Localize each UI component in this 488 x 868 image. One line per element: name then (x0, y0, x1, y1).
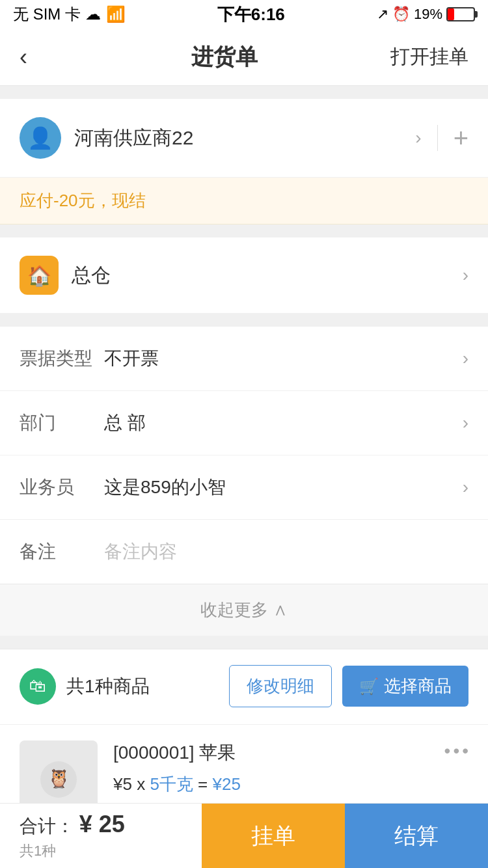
total-count: 共1种 (20, 841, 182, 861)
invoice-chevron-icon: › (463, 348, 468, 369)
status-time: 下午6:16 (217, 3, 285, 26)
section-divider-4 (0, 636, 488, 649)
battery-percent: 19% (414, 6, 442, 23)
status-bar: 无 SIM 卡 ☁ 📶 下午6:16 ↗ ⏰ 19% (0, 0, 488, 29)
product-icon: 🛍 (20, 668, 56, 705)
total-section: 合计： ¥ 25 共1种 (0, 804, 202, 868)
cart-icon: 🛒 (359, 677, 379, 696)
add-button[interactable]: + (454, 124, 468, 153)
product-name: [0000001] 苹果 (113, 740, 444, 765)
warehouse-row[interactable]: 🏠 总仓 › (0, 237, 488, 313)
sim-status: 无 SIM 卡 ☁ (13, 4, 101, 25)
modify-detail-button[interactable]: 修改明细 (229, 665, 332, 707)
total-amount: ¥ 25 (79, 811, 125, 837)
section-divider-1 (0, 86, 488, 99)
wifi-icon: 📶 (106, 5, 126, 23)
product-code: [0000001] (113, 742, 195, 763)
form-section: 票据类型 不开票 › 部门 总 部 › 业务员 这是859的小智 › 备注 备注… (0, 326, 488, 636)
dot-3: • (462, 740, 468, 761)
remark-input[interactable]: 备注内容 (104, 539, 468, 564)
total-label-row: 合计： ¥ 25 (20, 811, 182, 839)
product-header: 🛍 共1种商品 修改明细 🛒 选择商品 (0, 649, 488, 723)
product-price-row: ¥5 x 5千克 = ¥25 (113, 773, 444, 796)
back-button[interactable]: ‹ (20, 44, 59, 71)
product-title: 苹果 (199, 742, 236, 763)
price-multiply: x (137, 774, 150, 794)
pending-button[interactable]: 挂单 (202, 804, 345, 868)
battery-fill (448, 8, 454, 20)
department-row[interactable]: 部门 总 部 › (0, 390, 488, 455)
supplier-row[interactable]: 👤 河南供应商22 › + (0, 99, 488, 178)
section-divider-2 (0, 224, 488, 237)
avatar: 👤 (20, 117, 61, 159)
remark-label: 备注 (20, 539, 104, 564)
supplier-section: 👤 河南供应商22 › + 应付-20元，现结 (0, 99, 488, 224)
battery-icon (446, 7, 475, 21)
product-price: ¥5 (113, 774, 132, 794)
product-total: ¥25 (213, 774, 241, 794)
warehouse-name: 总仓 (72, 262, 463, 289)
salesperson-label: 业务员 (20, 475, 104, 500)
select-product-button[interactable]: 🛒 选择商品 (342, 666, 468, 707)
warehouse-chevron-icon: › (463, 265, 468, 286)
salesperson-value: 这是859的小智 (104, 475, 463, 500)
remark-row[interactable]: 备注 备注内容 (0, 519, 488, 584)
nav-bar: ‹ 进货单 打开挂单 (0, 29, 488, 86)
collapse-button[interactable]: 收起更多 ∧ (0, 584, 488, 636)
page-title: 进货单 (191, 42, 258, 72)
product-count: 共1种商品 (66, 674, 229, 699)
settle-button[interactable]: 结算 (345, 804, 488, 868)
product-info: [0000001] 苹果 ¥5 x 5千克 = ¥25 (113, 740, 444, 796)
invoice-label: 票据类型 (20, 346, 104, 371)
department-value: 总 部 (104, 411, 463, 435)
dot-1: • (444, 740, 451, 761)
invoice-value: 不开票 (104, 346, 463, 371)
salesperson-chevron-icon: › (463, 477, 468, 498)
status-left: 无 SIM 卡 ☁ 📶 (13, 4, 126, 25)
svg-text:🦉: 🦉 (47, 768, 70, 789)
location-icon: ↗ (377, 6, 388, 23)
product-quantity: 5千克 (150, 774, 193, 794)
section-divider-3 (0, 313, 488, 326)
alarm-icon: ⏰ (392, 6, 410, 23)
supplier-alert: 应付-20元，现结 (0, 178, 488, 224)
department-chevron-icon: › (463, 413, 468, 433)
product-more-button[interactable]: • • • (444, 740, 468, 761)
divider-vertical (437, 125, 438, 151)
department-label: 部门 (20, 411, 104, 435)
avatar-icon: 👤 (27, 126, 53, 150)
salesperson-row[interactable]: 业务员 这是859的小智 › (0, 455, 488, 519)
chevron-right-icon: › (415, 128, 421, 148)
select-product-label: 选择商品 (384, 675, 452, 698)
total-label: 合计： (20, 816, 74, 836)
warehouse-icon: 🏠 (20, 256, 59, 295)
main-content: 👤 河南供应商22 › + 应付-20元，现结 🏠 总仓 › 票据类型 不开票 … (0, 86, 488, 868)
dot-2: • (453, 740, 459, 761)
bottom-bar: 合计： ¥ 25 共1种 挂单 结算 (0, 803, 488, 868)
supplier-name: 河南供应商22 (74, 125, 415, 152)
warehouse-section: 🏠 总仓 › (0, 237, 488, 313)
status-right: ↗ ⏰ 19% (377, 6, 475, 23)
price-equals: = (198, 774, 212, 794)
open-pending-button[interactable]: 打开挂单 (390, 44, 468, 70)
invoice-type-row[interactable]: 票据类型 不开票 › (0, 326, 488, 390)
